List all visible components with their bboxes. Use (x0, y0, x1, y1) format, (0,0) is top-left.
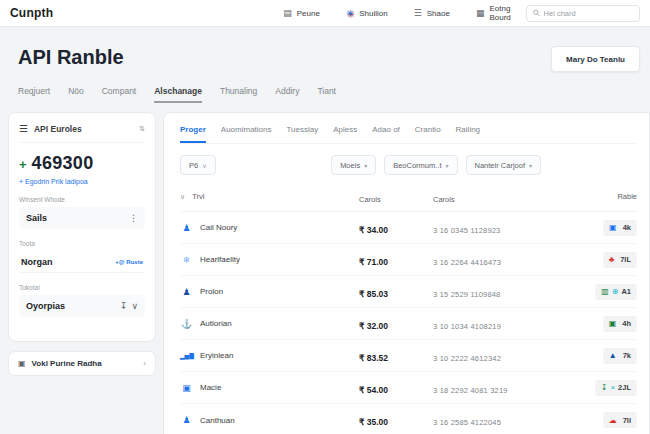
badge-icon: ☁ (609, 416, 617, 425)
table-row[interactable]: ❄ Hearlfaelity ₹ 71.00 3 16 2264 4416473… (180, 244, 637, 276)
select-value: Nanteir Carjoof (475, 161, 525, 170)
search-icon (533, 9, 540, 17)
footer-label: Vokl Purine Radha (32, 359, 102, 368)
tab-addiry[interactable]: Addiry (275, 86, 299, 103)
main-panel: Proger Auomimations Tuesslay Apless Adao… (163, 112, 650, 434)
tab-tuesslay[interactable]: Tuesslay (286, 125, 318, 143)
ruste-badge[interactable]: +@ Ruste (115, 259, 143, 265)
tab-thunaling[interactable]: Thunaling (220, 86, 257, 103)
chevron-down-icon: ▾ (446, 162, 449, 169)
column-header-carols-2[interactable]: Carols (433, 195, 455, 204)
badge-label: 2JL (618, 383, 631, 392)
tab-apless[interactable]: Apless (333, 125, 357, 143)
badge-label: 4h (622, 319, 631, 328)
tab-compant[interactable]: Compant (102, 86, 137, 103)
row-code: 3 16 2585 4122045 (433, 418, 501, 427)
column-header-carols-1[interactable]: Carols (359, 195, 381, 204)
sidebar-item-sails[interactable]: Sails ⋮ (19, 207, 145, 229)
moeis-dropdown[interactable]: Moeis ▾ (331, 155, 376, 175)
top-navbar: Cunpth ▤ Peune ✳ Shuilion ☰ Shaoe ▦ Eotn… (0, 0, 650, 27)
nav-item-eotng-bourd[interactable]: ▦ Eotng Bourd (476, 4, 526, 22)
filter-selects: Moeis ▾ BeoCormum..t ▾ Nanteir Carjoof ▾ (331, 155, 541, 175)
nav-item-shaoe[interactable]: ☰ Shaoe (414, 4, 450, 22)
chevron-right-icon: › (143, 359, 146, 368)
nav-item-peune[interactable]: ▤ Peune (283, 4, 320, 22)
badge-label: 7ll (623, 416, 631, 425)
table-row[interactable]: ▂▅▇ Eryinlean ₹ 83.52 3 10 2222 4612342 … (180, 340, 637, 372)
badge-icon: ♣ (609, 255, 614, 264)
mary-do-teanlu-button[interactable]: Mary Do Teanlu (551, 46, 640, 72)
tab-crantio[interactable]: Crantio (415, 125, 441, 143)
tab-reqjuert[interactable]: Reqjuert (18, 86, 50, 103)
column-header-trvl[interactable]: Trvl (192, 192, 204, 201)
plus-icon: + (19, 157, 27, 172)
sort-icon[interactable]: ∨ (180, 193, 185, 201)
row-code: 3 18 2292 4081 3219 (433, 386, 508, 395)
status-badge: ♣7lL (603, 252, 637, 268)
badge-icon: ↧ (601, 383, 608, 392)
row-name: Prolon (200, 287, 223, 296)
table-row[interactable]: ♟ Prolon ₹ 85.03 3 15 2529 1109848 ▥⊕A1 (180, 276, 637, 308)
add-link[interactable]: + Egodrin Prik ladipoa (19, 178, 145, 185)
nav-item-label: Peune (297, 9, 320, 18)
tab-proger[interactable]: Proger (180, 125, 206, 143)
chevron-down-icon[interactable]: ∨ (131, 301, 138, 311)
badge-label: 7k (623, 351, 631, 360)
sidebar-item-norgan[interactable]: Norgan +@ Ruste (19, 251, 145, 273)
sidebar-title: API Euroles (34, 124, 82, 134)
page-size-value: P6 (189, 161, 198, 170)
kebab-menu-icon[interactable]: ⋮ (129, 213, 138, 223)
select-value: Moeis (340, 161, 360, 170)
tab-auomimations[interactable]: Auomimations (221, 125, 272, 143)
tab-railing[interactable]: Railing (456, 125, 480, 143)
table-row[interactable]: ▣ Macie ₹ 54.00 3 18 2292 4081 3219 ↧×2J… (180, 372, 637, 404)
sidebar-footer-card[interactable]: ▣ Vokl Purine Radha › (8, 351, 156, 376)
badge-icon-2: × (610, 383, 615, 392)
count-display: + 469300 (19, 153, 145, 174)
page-size-dropdown[interactable]: P6 ∨ (180, 155, 216, 175)
table-row[interactable]: ⚓ Autlorian ₹ 32.00 3 10 1034 4108219 ▣4… (180, 308, 637, 340)
row-price: ₹ 85.03 (359, 289, 388, 299)
item-value: Sails (26, 213, 47, 223)
chevron-down-icon: ∨ (202, 162, 206, 169)
collapse-icon[interactable]: ⇅ (139, 125, 145, 133)
section-label: Tokotal (19, 284, 145, 291)
nav-item-shuilion[interactable]: ✳ Shuilion (346, 4, 388, 22)
nanteir-carjoof-dropdown[interactable]: Nanteir Carjoof ▾ (466, 155, 541, 175)
tab-noo[interactable]: Nöo (68, 86, 84, 103)
status-badge: ▥⊕A1 (595, 284, 637, 300)
count-value: 469300 (32, 153, 94, 174)
sidebar-item-oyorpias[interactable]: Oyorpias ↧ ∨ (19, 295, 145, 317)
column-header-rable[interactable]: Rable (617, 192, 637, 201)
row-code: 3 16 0345 1128923 (433, 226, 501, 235)
badge-icon: ▲ (609, 351, 617, 360)
row-icon: ♟ (180, 223, 193, 233)
beocormum-dropdown[interactable]: BeoCormum..t ▾ (384, 155, 457, 175)
status-badge: ▲7k (603, 348, 637, 364)
tab-alschanage[interactable]: Alschanage (154, 86, 202, 103)
status-badge: ↧×2JL (595, 380, 637, 396)
download-icon[interactable]: ↧ (120, 301, 128, 311)
nav-item-label: Shuilion (359, 9, 387, 18)
row-code: 3 16 2264 4416473 (433, 258, 501, 267)
hamburger-icon: ☰ (19, 123, 28, 134)
badge-label: 7lL (620, 255, 631, 264)
menu-icon: ☰ (414, 8, 422, 18)
tab-adao-of[interactable]: Adao of (372, 125, 400, 143)
table-row[interactable]: ♟ Cail Noury ₹ 34.00 3 16 0345 1128923 ▣… (180, 212, 637, 244)
row-code: 3 10 1034 4108219 (433, 322, 501, 331)
search-box[interactable] (526, 5, 641, 22)
spark-icon: ✳ (346, 8, 354, 19)
row-name: Hearlfaelity (200, 255, 240, 264)
row-price: ₹ 32.00 (359, 321, 388, 331)
row-name: Macie (200, 383, 221, 392)
nav-item-label: Eotng Bourd (489, 4, 525, 22)
tab-tiant[interactable]: Tiant (317, 86, 336, 103)
search-input[interactable] (544, 9, 633, 18)
row-name: Canthuan (200, 416, 235, 425)
table-row[interactable]: ♟ Canthuan ₹ 35.00 3 16 2585 4122045 ☁7l… (180, 404, 637, 434)
section-label: Winsent Whode (19, 196, 145, 203)
filter-bar: P6 ∨ Moeis ▾ BeoCormum..t ▾ Nanteir Carj… (180, 154, 637, 176)
nav-items: ▤ Peune ✳ Shuilion ☰ Shaoe ▦ Eotng Bourd (283, 4, 525, 22)
app-logo: Cunpth (10, 6, 53, 20)
